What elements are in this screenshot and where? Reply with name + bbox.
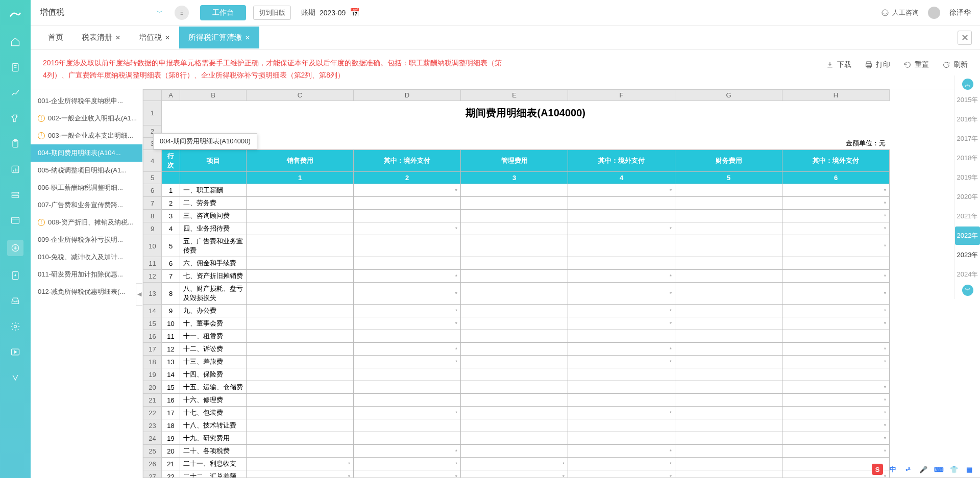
module-dropdown[interactable]: 增值税 ﹀ <box>40 7 163 18</box>
row-name: 二十一、利息收支 <box>180 458 247 470</box>
unit-label: 金额单位：元 <box>162 137 890 150</box>
app-logo[interactable] <box>5 5 26 26</box>
year-up-button[interactable]: ︽ <box>962 79 973 90</box>
year-item[interactable]: 2016年 <box>957 110 978 129</box>
consult-button[interactable]: 人工咨询 <box>881 8 919 17</box>
tab-1[interactable]: 税表清册✕ <box>72 27 130 48</box>
ime-menu-icon[interactable]: ▦ <box>964 464 975 475</box>
tab-0[interactable]: 首页 <box>39 27 72 48</box>
ime-badge-icon[interactable]: S <box>872 464 883 475</box>
nav-analytics-icon[interactable] <box>9 87 21 99</box>
period-value[interactable]: 2023-09 <box>320 9 346 17</box>
row-name: 八、财产损耗、盘亏及毁损损失 <box>180 283 247 305</box>
year-down-button[interactable]: ︾ <box>962 285 973 296</box>
svg-rect-12 <box>867 62 871 64</box>
form-tree-panel: 001-企业所得税年度纳税申...!002-一般企业收入明细表(A1...!00… <box>31 89 143 478</box>
ime-mic-icon[interactable]: 🎤 <box>918 464 929 475</box>
ime-keyboard-icon[interactable]: ⌨ <box>933 464 944 475</box>
tree-item-tooltip: 004-期间费用明细表(A104000) <box>153 133 257 149</box>
ime-punct-icon[interactable]: •ª <box>902 464 914 475</box>
row-name: 十二、诉讼费 <box>180 343 247 356</box>
year-item[interactable]: 2021年 <box>957 207 978 225</box>
tab-close-icon[interactable]: ✕ <box>245 34 250 41</box>
row-name: 三、咨询顾问费 <box>180 210 247 222</box>
close-all-tabs-button[interactable]: ✕ <box>958 31 972 45</box>
row-name: 二、劳务费 <box>180 197 247 210</box>
tree-item-0[interactable]: 001-企业所得税年度纳税申... <box>31 92 142 110</box>
warning-icon: ! <box>38 115 45 122</box>
row-name: 十八、技术转让费 <box>180 419 247 432</box>
download-button[interactable]: 下载 <box>826 60 851 69</box>
tree-item-11[interactable]: 012-减免所得税优惠明细表(... <box>31 283 142 300</box>
row-name: 十一、租赁费 <box>180 330 247 343</box>
ime-bar: S 中 •ª 🎤 ⌨ 👕 ▦ <box>872 464 975 475</box>
row-name: 六、佣金和手续费 <box>180 257 247 270</box>
year-item[interactable]: 2024年 <box>957 265 978 284</box>
tree-item-9[interactable]: 010-免税、减计收入及加计... <box>31 248 142 266</box>
nav-dashboard-icon[interactable] <box>9 214 21 227</box>
nav-report-icon[interactable] <box>9 163 21 175</box>
tab-3[interactable]: 所得税汇算清缴✕ <box>179 27 259 48</box>
year-item[interactable]: 2020年 <box>957 188 978 206</box>
tree-item-3[interactable]: 004-期间费用明细表(A104... <box>31 144 142 162</box>
tree-item-8[interactable]: 009-企业所得税弥补亏损明... <box>31 231 142 248</box>
tree-item-1[interactable]: !002-一般企业收入明细表(A1... <box>31 110 142 127</box>
nav-export-icon[interactable] <box>9 269 21 282</box>
svg-rect-14 <box>867 66 871 68</box>
nav-v-icon[interactable] <box>9 371 21 384</box>
nav-inbox-icon[interactable] <box>9 295 21 307</box>
reset-button[interactable]: 重置 <box>903 60 929 69</box>
print-button[interactable]: 打印 <box>865 60 890 69</box>
row-name: 五、广告费和业务宣传费 <box>180 235 247 257</box>
collapse-tree-handle[interactable]: ◀ <box>136 283 143 306</box>
row-name: 十、董事会费 <box>180 317 247 330</box>
warning-icon: ! <box>38 132 45 139</box>
tree-item-5[interactable]: 006-职工薪酬纳税调整明细... <box>31 179 142 196</box>
tabs-row: 首页税表清册✕增值税✕所得税汇算清缴✕✕ <box>31 26 980 50</box>
year-item[interactable]: 2019年 <box>957 168 978 187</box>
ime-shirt-icon[interactable]: 👕 <box>948 464 960 475</box>
row-name: 一、职工薪酬 <box>180 184 247 197</box>
top-bar: 增值税 ﹀ 工作台 切到旧版 账期 2023-09 📅 人工咨询 徐泽华 <box>31 0 980 26</box>
username: 徐泽华 <box>949 8 971 17</box>
tab-close-icon[interactable]: ✕ <box>115 34 120 41</box>
warning-text: 2019年度涉及取以前年度结转数据的申报表单元格需要手工维护正确，才能保证本年及… <box>43 57 502 82</box>
row-name: 四、业务招待费 <box>180 222 247 235</box>
year-item[interactable]: 2015年 <box>957 91 978 109</box>
calendar-icon[interactable]: 📅 <box>350 8 360 17</box>
row-name: 十九、研究费用 <box>180 432 247 445</box>
nav-table-icon[interactable] <box>9 189 21 201</box>
period-label: 账期 <box>301 8 315 17</box>
svg-rect-5 <box>12 196 18 197</box>
tree-item-4[interactable]: 005-纳税调整项目明细表(A1... <box>31 162 142 179</box>
year-item[interactable]: 2018年 <box>957 149 978 167</box>
year-item[interactable]: 2022年 <box>955 227 980 245</box>
consult-label: 人工咨询 <box>892 8 919 17</box>
spreadsheet-panel: ABCDEFGH1期间费用明细表(A104000)23金额单位：元4行次项目销售… <box>143 89 980 478</box>
nav-settings-icon[interactable] <box>9 320 21 333</box>
nav-home-icon[interactable] <box>9 36 21 48</box>
workspace-button[interactable]: 工作台 <box>200 5 246 20</box>
nav-clipboard-icon[interactable] <box>9 138 21 150</box>
nav-video-icon[interactable] <box>9 346 21 358</box>
tab-2[interactable]: 增值税✕ <box>130 27 179 48</box>
old-version-button[interactable]: 切到旧版 <box>253 6 291 20</box>
svg-rect-6 <box>12 217 19 223</box>
row-name: 十三、差旅费 <box>180 356 247 368</box>
refresh-button[interactable]: 刷新 <box>942 60 968 69</box>
nav-finance-icon[interactable] <box>9 112 21 124</box>
tree-item-6[interactable]: 007-广告费和业务宣传费跨... <box>31 196 142 214</box>
sheet-title: 期间费用明细表(A104000) <box>162 100 890 125</box>
nav-tax-icon[interactable] <box>7 240 23 256</box>
year-item[interactable]: 2023年 <box>957 246 978 264</box>
tree-item-2[interactable]: !003-一般企业成本支出明细... <box>31 127 142 144</box>
year-item[interactable]: 2017年 <box>957 130 978 148</box>
nav-document-icon[interactable] <box>9 61 21 73</box>
avatar[interactable] <box>928 7 940 19</box>
tab-close-icon[interactable]: ✕ <box>165 34 170 41</box>
ime-lang-icon[interactable]: 中 <box>887 464 898 475</box>
row-name: 十七、包装费 <box>180 407 247 419</box>
tree-item-10[interactable]: 011-研发费用加计扣除优惠... <box>31 266 142 283</box>
tree-item-7[interactable]: !008-资产折旧、摊销及纳税... <box>31 214 142 231</box>
round-toggle-button[interactable] <box>175 6 189 20</box>
